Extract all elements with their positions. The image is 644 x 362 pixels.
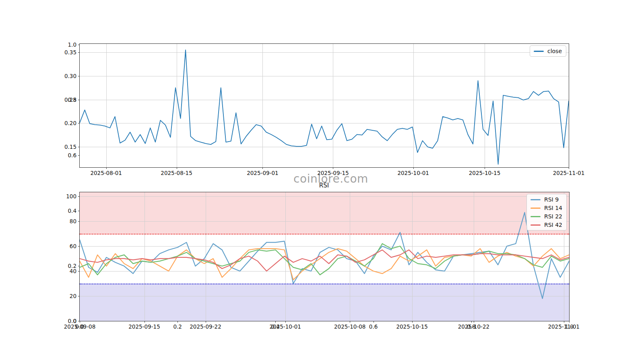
secondary-y-tick-label: 0.0 bbox=[68, 318, 76, 324]
secondary-x-tick-label-mark bbox=[275, 321, 276, 323]
secondary-x-tick-label-mark bbox=[569, 321, 570, 323]
secondary-x-tick-label: 0.0 bbox=[75, 323, 84, 330]
x-tick-label-mark bbox=[285, 321, 286, 323]
x-tick-label-mark bbox=[485, 167, 485, 169]
secondary-y-tick-label: 0.2 bbox=[68, 263, 76, 269]
x-tick-label-mark bbox=[569, 167, 569, 169]
x-tick-label-mark bbox=[413, 167, 414, 169]
legend-item: close bbox=[534, 48, 562, 54]
legend-label: RSI 9 bbox=[544, 196, 559, 203]
secondary-y-tick-label: 0.4 bbox=[68, 208, 76, 214]
y-tick-label: 100 bbox=[66, 193, 76, 200]
x-tick-label: 2025-10-01 bbox=[397, 170, 429, 176]
secondary-y-tick-label: 0.8 bbox=[68, 97, 76, 103]
rsi-chart-title: RSI bbox=[319, 182, 329, 189]
x-tick-label-mark bbox=[564, 321, 564, 323]
secondary-y-tick-label: 1.0 bbox=[68, 41, 76, 48]
y-tick-label-mark bbox=[78, 147, 80, 147]
secondary-x-tick-label-mark bbox=[471, 321, 472, 323]
x-tick-label-mark bbox=[177, 167, 177, 169]
secondary-y-tick-label-mark bbox=[78, 100, 80, 100]
x-tick-label-mark bbox=[262, 167, 263, 169]
legend-line-swatch bbox=[530, 216, 541, 217]
legend-line-swatch bbox=[534, 51, 544, 52]
secondary-x-tick-label: 0.8 bbox=[467, 323, 475, 330]
x-tick-label: 2025-11-01 bbox=[553, 170, 584, 176]
y-tick-label-mark bbox=[78, 76, 80, 76]
watermark: coinlore.com bbox=[293, 172, 368, 185]
legend-label: close bbox=[547, 48, 562, 54]
x-tick-label-mark bbox=[412, 321, 413, 323]
x-tick-label: 2025-10-15 bbox=[396, 323, 427, 330]
y-tick-label: 80 bbox=[70, 218, 76, 224]
y-tick-label: 60 bbox=[70, 243, 76, 249]
secondary-x-tick-label-mark bbox=[80, 321, 80, 323]
rsi-chart: 2025-09-082025-09-152025-09-222025-10-01… bbox=[79, 192, 570, 321]
legend-line-swatch bbox=[530, 224, 541, 226]
price-chart: 2025-08-012025-08-152025-09-012025-09-15… bbox=[79, 43, 569, 168]
x-tick-label: 2025-08-15 bbox=[161, 170, 192, 176]
secondary-x-tick-label-mark bbox=[178, 321, 178, 323]
price-legend: close bbox=[530, 45, 566, 57]
y-tick-label-mark bbox=[78, 52, 80, 53]
x-tick-label: 2025-09-01 bbox=[247, 170, 278, 176]
secondary-x-tick-label: 0.4 bbox=[271, 323, 280, 330]
x-tick-label-mark bbox=[144, 321, 145, 323]
x-tick-label: 2025-09-15 bbox=[128, 323, 160, 330]
y-tick-label-mark bbox=[78, 221, 80, 222]
x-tick-label: 2025-10-15 bbox=[469, 170, 500, 176]
x-tick-label-mark bbox=[333, 167, 333, 169]
y-tick-label: 20 bbox=[70, 293, 76, 299]
secondary-y-tick-label-mark bbox=[78, 211, 80, 211]
rsi-legend: RSI 9RSI 14RSI 22RSI 42 bbox=[526, 194, 567, 230]
x-tick-label-mark bbox=[206, 321, 206, 323]
legend-line-swatch bbox=[530, 208, 541, 209]
legend-item: RSI 22 bbox=[530, 213, 562, 220]
legend-label: RSI 14 bbox=[544, 205, 562, 211]
secondary-y-tick-label: 0.6 bbox=[68, 152, 76, 158]
y-tick-label: 0.30 bbox=[64, 73, 76, 79]
y-tick-label: 0.20 bbox=[64, 120, 76, 126]
y-tick-label-mark bbox=[78, 196, 80, 197]
y-tick-label-mark bbox=[78, 123, 80, 123]
legend-label: RSI 22 bbox=[544, 213, 562, 220]
secondary-x-tick-label: 1.0 bbox=[565, 323, 573, 330]
secondary-y-tick-label-mark bbox=[78, 155, 80, 156]
close-line bbox=[80, 50, 569, 164]
y-tick-label: 0.35 bbox=[64, 49, 76, 56]
legend-item: RSI 42 bbox=[530, 222, 562, 228]
y-tick-label-mark bbox=[78, 246, 80, 247]
x-tick-label-mark bbox=[474, 321, 474, 323]
figure: 2025-08-012025-08-152025-09-012025-09-15… bbox=[0, 0, 644, 362]
legend-item: RSI 14 bbox=[530, 205, 562, 211]
x-tick-label-mark bbox=[106, 167, 107, 169]
y-tick-label-mark bbox=[78, 296, 80, 296]
x-tick-label: 2025-09-22 bbox=[190, 323, 221, 330]
secondary-x-tick-label-mark bbox=[374, 321, 374, 323]
x-tick-label: 2025-11-01 bbox=[548, 323, 579, 330]
x-tick-label: 2025-10-08 bbox=[334, 323, 365, 330]
secondary-y-tick-label-mark bbox=[78, 266, 80, 266]
rsi-series-plot bbox=[80, 192, 569, 321]
secondary-x-tick-label: 0.2 bbox=[173, 323, 182, 330]
legend-line-swatch bbox=[530, 199, 541, 200]
x-tick-label: 2025-08-01 bbox=[90, 170, 122, 176]
y-tick-label-mark bbox=[78, 271, 80, 272]
price-series-plot bbox=[80, 44, 569, 167]
legend-item: RSI 9 bbox=[530, 196, 562, 203]
y-tick-label: 0.15 bbox=[64, 144, 76, 150]
legend-label: RSI 42 bbox=[544, 222, 562, 228]
secondary-x-tick-label: 0.6 bbox=[369, 323, 378, 330]
x-tick-label-mark bbox=[350, 321, 350, 323]
secondary-y-tick-label-mark bbox=[78, 45, 80, 45]
secondary-y-tick-label-mark bbox=[78, 321, 80, 321]
